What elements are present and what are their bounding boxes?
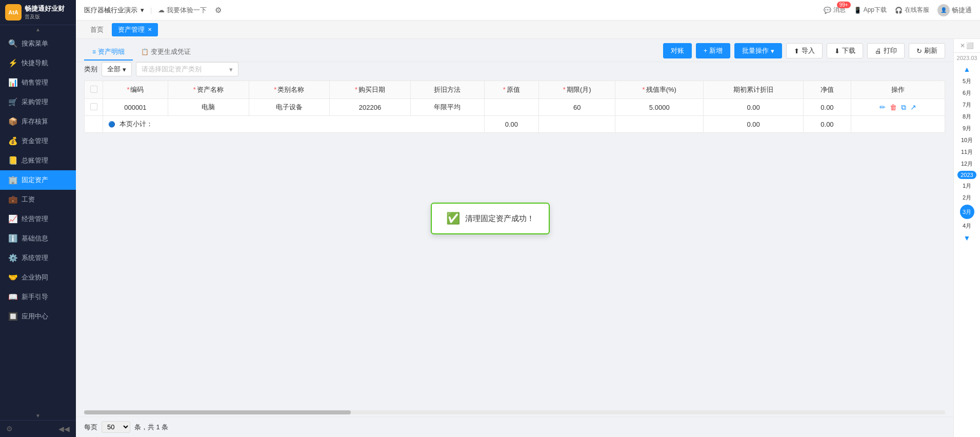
download-button[interactable]: ⬇ 下载 [827,43,863,58]
sidebar-item-ops[interactable]: 📈 经营管理 [0,209,76,229]
row-checkbox[interactable] [85,99,103,116]
sales-icon: 📊 [8,78,17,87]
sidebar-item-salary[interactable]: 💼 工资 [0,190,76,209]
sidebar-item-ledger[interactable]: 📒 总账管理 [0,151,76,170]
select-all-header[interactable] [85,81,103,99]
inventory-icon: 📦 [8,117,17,126]
experience-btn[interactable]: ☁ 我要体验一下 [158,6,207,15]
main-content: ≡ 资产明细 📋 变更生成凭证 对账 + 新增 批量操作 ▾ ⬆ [76,39,953,437]
delete-icon[interactable]: 🗑 [890,103,897,111]
sidebar-item-quick-nav[interactable]: ⚡ 快捷导航 [0,53,76,73]
sidebar-item-system[interactable]: ⚙️ 系统管理 [0,248,76,268]
th-original-value: *原值 [484,81,538,99]
timeline-month-10[interactable]: 10月 [954,134,980,146]
copy-icon[interactable]: ⧉ [901,103,906,112]
sidebar-item-guide[interactable]: 📖 新手引导 [0,287,76,307]
sidebar-scroll-down[interactable]: ▼ [0,411,76,420]
sidebar-item-purchase[interactable]: 🛒 采购管理 [0,92,76,112]
new-button[interactable]: + 新增 [696,43,730,58]
sidebar-item-app-center[interactable]: 🔲 应用中心 [0,307,76,326]
ledger-icon: 📒 [8,156,17,165]
th-name: *资产名称 [168,81,249,99]
th-category: *类别名称 [249,81,330,99]
sidebar-scroll-up[interactable]: ▲ [0,25,76,34]
sidebar-item-basic-info[interactable]: ℹ️ 基础信息 [0,229,76,248]
topbar-right: 💬 消息 99+ 📱 App下载 🎧 在线客服 👤 畅捷通 [824,4,972,16]
message-item[interactable]: 💬 消息 99+ [824,6,846,14]
tab-home[interactable]: 首页 [84,23,110,36]
tab-asset-management[interactable]: 资产管理 ✕ [112,23,158,36]
reconcile-button[interactable]: 对账 [663,43,692,58]
company-selector[interactable]: 医疗器械行业演示 ▾ [84,6,144,15]
fixed-assets-icon: 🏢 [8,175,17,185]
sidebar-bottom: ⚙ ◀◀ [0,420,76,437]
content-area: ≡ 资产明细 📋 变更生成凭证 对账 + 新增 批量操作 ▾ ⬆ [76,39,980,437]
sidebar-item-enterprise[interactable]: 🤝 企业协同 [0,268,76,287]
select-all-checkbox[interactable] [90,86,97,93]
cell-code: 000001 [103,99,168,116]
company-dropdown-icon: ▾ [141,6,144,14]
collapse-icon[interactable]: ◀◀ [58,425,70,433]
batch-ops-button[interactable]: 批量操作 ▾ [734,43,782,58]
settings-icon[interactable]: ⚙ [6,425,13,433]
import-button[interactable]: ⬆ 导入 [786,43,823,58]
timeline-month-7[interactable]: 7月 [954,99,980,111]
category-search-input[interactable]: 请选择固定资产类别 ▾ [136,62,238,76]
print-button[interactable]: 🖨 打印 [867,43,905,58]
message-icon: 💬 [824,7,831,14]
timeline-month-6[interactable]: 6月 [954,87,980,99]
user-area[interactable]: 👤 畅捷通 [937,4,972,16]
timeline-year-badge[interactable]: 2023 [957,171,976,179]
subtotal-row: 🔵 本页小计： 0.00 0.00 0.00 [85,116,945,133]
horizontal-scrollbar[interactable] [84,410,945,414]
voucher-icon: 📋 [141,48,149,55]
sidebar-item-search[interactable]: 🔍 搜索菜单 [0,34,76,53]
search-icon: 🔍 [8,39,17,48]
timeline-month-active[interactable]: 3月 [960,205,974,219]
timeline-close-icon[interactable]: ✕ [960,42,965,49]
category-label: 类别 [84,65,97,74]
subtab-asset-detail[interactable]: ≡ 资产明细 [84,44,133,61]
gear-icon[interactable]: ⚙ [215,6,222,15]
cell-action: ✏ 🗑 ⧉ ↗ [851,99,945,116]
timeline-month-8[interactable]: 8月 [954,111,980,123]
timeline-month-12[interactable]: 12月 [954,158,980,170]
sidebar-item-sales[interactable]: 📊 销售管理 [0,73,76,92]
subtotal-original: 0.00 [484,116,538,133]
subtab-change-voucher[interactable]: 📋 变更生成凭证 [133,44,199,61]
th-action: 操作 [851,81,945,99]
timeline-month-11[interactable]: 11月 [954,146,980,158]
timeline-month-1[interactable]: 1月 [954,180,980,192]
timeline-month-5[interactable]: 5月 [954,75,980,87]
sidebar-item-fixed-assets[interactable]: 🏢 固定资产 [0,170,76,190]
timeline-month-9[interactable]: 9月 [954,123,980,134]
category-type-select[interactable]: 全部 ▾ [102,62,132,76]
pagination: 每页 50 10 20 100 条，共 1 条 [76,416,953,437]
timeline-down-icon[interactable]: ▼ [962,232,973,244]
sidebar-item-inventory[interactable]: 📦 库存核算 [0,112,76,131]
topbar: 医疗器械行业演示 ▾ | ☁ 我要体验一下 ⚙ 💬 消息 99+ 📱 App下载… [76,0,980,21]
online-service-item[interactable]: 🎧 在线客服 [895,6,929,14]
purchase-icon: 🛒 [8,97,17,107]
timeline-up-icon[interactable]: ▲ [962,63,973,75]
subtotal-label: 🔵 本页小计： [103,116,485,133]
th-purchase-date: *购买日期 [330,81,411,99]
scrollbar-thumb[interactable] [84,410,351,414]
edit-icon[interactable]: ✏ [879,103,886,111]
more-icon[interactable]: ↗ [910,103,916,111]
app-download-item[interactable]: 📱 App下载 [854,6,887,14]
print-icon: 🖨 [875,47,882,55]
subtabs: ≡ 资产明细 📋 变更生成凭证 对账 + 新增 批量操作 ▾ ⬆ [76,39,953,62]
timeline-month-4[interactable]: 4月 [954,220,980,232]
tab-close-icon[interactable]: ✕ [148,27,152,32]
cell-initial-dep: 0.00 [704,99,804,116]
main-area: 医疗器械行业演示 ▾ | ☁ 我要体验一下 ⚙ 💬 消息 99+ 📱 App下载… [76,0,980,437]
tabs-bar: 首页 资产管理 ✕ [76,21,980,39]
timeline-expand-icon[interactable]: ⬜ [966,42,974,49]
th-period: *期限(月) [539,81,615,99]
per-page-select[interactable]: 50 10 20 100 [102,421,130,433]
refresh-button[interactable]: ↻ 刷新 [909,43,945,58]
sidebar-item-fund[interactable]: 💰 资金管理 [0,131,76,151]
table-wrap: *编码 *资产名称 *类别名称 *购买日期 折旧方法 *原值 *期限(月) *残… [76,81,953,408]
timeline-month-2[interactable]: 2月 [954,192,980,204]
